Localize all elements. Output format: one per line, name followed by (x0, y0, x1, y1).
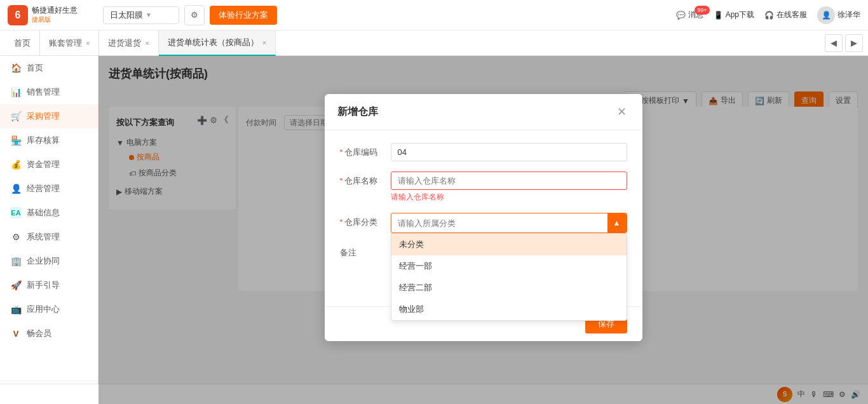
tab-prev-button[interactable]: ◀ (825, 34, 843, 52)
settings-button[interactable]: ⚙ (184, 5, 205, 25)
tab-stats-label: 进货单统计表（按商品） (168, 37, 259, 48)
messages-badge: 99+ (695, 6, 709, 15)
modal-close-button[interactable]: ✕ (614, 104, 630, 119)
sidebar-item-home[interactable]: 🏠 首页 (0, 56, 98, 80)
warehouse-code-wrap (391, 143, 627, 161)
modal-title: 新增仓库 (337, 105, 378, 119)
warehouse-category-input[interactable] (391, 215, 607, 232)
sidebar-item-member[interactable]: V 畅会员 (0, 321, 98, 346)
sidebar-item-system[interactable]: ⚙ 系统管理 (0, 225, 98, 249)
purchase-icon: 🛒 (10, 111, 22, 122)
apps-icon: 📺 (10, 304, 22, 315)
finance-icon: 💰 (10, 159, 22, 170)
warehouse-name-error-msg: 请输入仓库名称 (391, 192, 627, 203)
message-icon: 💬 (676, 11, 686, 20)
top-header: 6 畅捷通好生意 捷易版 日太阳膜 ▼ ⚙ 体验行业方案 💬 消息 99+ 📱 … (0, 0, 868, 30)
sidebar-guide-label: 新手引导 (27, 279, 60, 291)
form-row-category: 仓库分类 ▲ 未分类 经营一部 经营二部 物业部 (340, 213, 627, 233)
tab-accounts[interactable]: 账套管理 × (40, 30, 99, 56)
logo-area: 6 畅捷通好生意 捷易版 (8, 5, 103, 25)
logo-title: 畅捷通好生意 (32, 6, 78, 16)
dropdown-option-property[interactable]: 物业部 (391, 299, 627, 320)
inventory-icon: 🏪 (10, 135, 22, 146)
modal-overlay[interactable]: 新增仓库 ✕ 仓库编码 仓库名称 (98, 56, 868, 404)
sidebar-purchase-label: 采购管理 (27, 111, 60, 122)
dropdown-input-row: ▲ (391, 213, 627, 233)
warehouse-code-input[interactable] (391, 143, 627, 161)
sidebar-item-purchase[interactable]: 🛒 采购管理 (0, 104, 98, 128)
sidebar-home-label: 首页 (27, 62, 43, 74)
app-download-item[interactable]: 📱 App下载 (714, 10, 754, 20)
sidebar-item-guide[interactable]: 🚀 新手引导 (0, 273, 98, 297)
modal-add-warehouse: 新增仓库 ✕ 仓库编码 仓库名称 (325, 94, 642, 341)
phone-icon: 📱 (714, 11, 723, 20)
modal-body: 仓库编码 仓库名称 请输入仓库名称 (325, 130, 642, 306)
online-service-label: 在线客服 (776, 10, 807, 20)
sidebar-item-basic[interactable]: EA 基础信息 (0, 201, 98, 225)
sidebar-apps-label: 应用中心 (27, 304, 60, 315)
main-layout: 🏠 首页 📊 销售管理 🛒 采购管理 🏪 库存核算 💰 资金管理 👤 经营管理 … (0, 56, 868, 404)
tab-accounts-label: 账套管理 (49, 37, 82, 49)
tab-controls: ◀ ▶ (825, 34, 863, 52)
sidebar-sales-label: 销售管理 (27, 86, 60, 98)
dropdown-option-uncategorized[interactable]: 未分类 (391, 234, 627, 255)
tab-stats-close-icon[interactable]: × (262, 39, 266, 46)
tab-home[interactable]: 首页 (5, 30, 40, 56)
store-name: 日太阳膜 (110, 10, 143, 21)
sidebar-item-sales[interactable]: 📊 销售管理 (0, 80, 98, 104)
sidebar-finance-label: 资金管理 (27, 159, 60, 170)
sales-icon: 📊 (10, 86, 22, 98)
header-middle: 日太阳膜 ▼ ⚙ 体验行业方案 (103, 5, 676, 25)
system-icon: ⚙ (10, 231, 22, 243)
dropdown-arrow-button[interactable]: ▲ (607, 213, 627, 232)
trial-button[interactable]: 体验行业方案 (210, 6, 277, 25)
app-download-label: App下载 (726, 10, 754, 20)
sidebar-item-finance[interactable]: 💰 资金管理 (0, 152, 98, 177)
warehouse-name-label: 仓库名称 (340, 172, 391, 187)
sidebar-item-enterprise[interactable]: 🏢 企业协同 (0, 249, 98, 273)
tab-returns-close-icon[interactable]: × (145, 39, 149, 47)
header-right: 💬 消息 99+ 📱 App下载 🎧 在线客服 👤 徐泽华 (676, 6, 860, 24)
tab-returns-label: 进货退货 (108, 37, 141, 49)
sidebar: 🏠 首页 📊 销售管理 🛒 采购管理 🏪 库存核算 💰 资金管理 👤 经营管理 … (0, 56, 98, 404)
sidebar-item-inventory[interactable]: 🏪 库存核算 (0, 128, 98, 152)
sidebar-item-operation[interactable]: 👤 经营管理 (0, 177, 98, 201)
form-row-name: 仓库名称 请输入仓库名称 (340, 172, 627, 203)
warehouse-name-input[interactable] (391, 172, 627, 190)
sidebar-operation-label: 经营管理 (27, 183, 60, 194)
operation-icon: 👤 (10, 183, 22, 194)
content-area: 进货单统计(按商品) 🖨 按模板打印 ▼ 📤 导出 🔄 刷新 查询 设置 (98, 56, 868, 404)
sidebar-basic-label: 基础信息 (27, 207, 60, 219)
tab-next-button[interactable]: ▶ (845, 34, 863, 52)
dropdown-list: 未分类 经营一部 经营二部 物业部 (391, 233, 627, 321)
logo-subtitle: 捷易版 (32, 15, 78, 24)
messages-item[interactable]: 💬 消息 99+ (676, 10, 703, 20)
online-service-item[interactable]: 🎧 在线客服 (764, 10, 807, 20)
home-icon: 🏠 (10, 62, 22, 74)
basic-info-icon: EA (10, 207, 22, 219)
dropdown-option-dept2[interactable]: 经营二部 (391, 277, 627, 299)
store-arrow-icon: ▼ (146, 11, 152, 18)
sidebar-item-apps[interactable]: 📺 应用中心 (0, 297, 98, 321)
logo-text-group: 畅捷通好生意 捷易版 (32, 6, 78, 25)
sidebar-inventory-label: 库存核算 (27, 135, 60, 146)
enterprise-icon: 🏢 (10, 255, 22, 267)
tab-stats[interactable]: 进货单统计表（按商品） × (159, 30, 276, 56)
user-name: 徐泽华 (837, 10, 860, 20)
form-row-code: 仓库编码 (340, 143, 627, 161)
user-avatar: 👤 (817, 6, 835, 24)
tab-accounts-close-icon[interactable]: × (86, 39, 90, 47)
store-selector[interactable]: 日太阳膜 ▼ (103, 6, 179, 24)
app-logo-icon: 6 (8, 5, 28, 25)
sidebar-member-label: 畅会员 (27, 328, 51, 339)
warehouse-category-label: 仓库分类 (340, 213, 391, 228)
headset-icon: 🎧 (764, 11, 774, 20)
sidebar-system-label: 系统管理 (27, 231, 60, 243)
tab-returns[interactable]: 进货退货 × (99, 30, 158, 56)
user-item[interactable]: 👤 徐泽华 (817, 6, 860, 24)
warehouse-name-wrap: 请输入仓库名称 (391, 172, 627, 203)
warehouse-category-wrap: ▲ 未分类 经营一部 经营二部 物业部 (391, 213, 627, 233)
warehouse-code-label: 仓库编码 (340, 143, 391, 158)
modal-header: 新增仓库 ✕ (325, 94, 642, 130)
dropdown-option-dept1[interactable]: 经营一部 (391, 255, 627, 277)
